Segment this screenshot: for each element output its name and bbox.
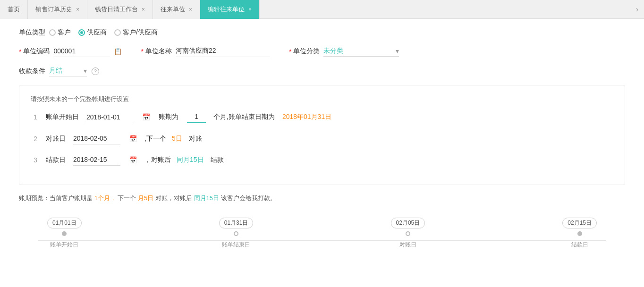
close-tab-cash-workbench[interactable]: × bbox=[142, 6, 145, 13]
setting-row-2: 2 对账日 📅 ,下一个 5日 对账 bbox=[31, 133, 613, 144]
radio-supplier[interactable]: 供应商 bbox=[78, 28, 107, 37]
tl-date-0: 01月01日 bbox=[47, 218, 82, 228]
payment-value: 月结 bbox=[49, 67, 82, 75]
payment-row: 收款条件 月结 ▾ ? bbox=[19, 66, 625, 76]
unit-info-row: * 单位编码 📋 * 单位名称 * 单位分类 未分类 ▾ bbox=[19, 45, 625, 57]
tl-date-3: 02月15日 bbox=[562, 218, 597, 228]
radio-circle-both bbox=[114, 29, 121, 36]
tl-dot-3 bbox=[577, 231, 582, 236]
unit-type-label: 单位类型 bbox=[19, 28, 45, 37]
tl-date-1: 01月31日 bbox=[219, 218, 254, 228]
radio-both[interactable]: 客户/供应商 bbox=[114, 28, 158, 37]
timeline-section: 01月01日 账单开始日 01月31日 账单结束日 02月05日 对账日 02月… bbox=[19, 213, 625, 268]
tl-label-0: 账单开始日 bbox=[50, 241, 78, 249]
row-key-3: 结款日 bbox=[46, 156, 66, 164]
panel-description: 请按照未来的一个完整帐期进行设置 bbox=[31, 95, 613, 103]
reconcile-suffix: 对账 bbox=[189, 135, 202, 143]
preview-period: 1个月， bbox=[94, 194, 116, 202]
help-icon[interactable]: ? bbox=[92, 68, 99, 75]
period-prefix: 账期为 bbox=[159, 113, 178, 121]
copy-icon[interactable]: 📋 bbox=[114, 48, 122, 55]
start-date-input[interactable] bbox=[86, 111, 134, 123]
payment-label: 收款条件 bbox=[19, 67, 45, 76]
unit-type-radio-group: 客户 供应商 客户/供应商 bbox=[49, 28, 158, 37]
setting-row-3: 3 结款日 📅 ，对账后 同月15日 结款 bbox=[31, 154, 613, 166]
preview-section: 账期预览：当前客户账期是 1个月， 下一个 月5日 对账，对账后 同月15日 该… bbox=[19, 193, 625, 203]
unit-category-value: 未分类 bbox=[323, 47, 394, 55]
tl-label-2: 对账日 bbox=[399, 241, 416, 249]
preview-pay-suffix: 该客户会给我打款。 bbox=[221, 194, 276, 202]
unit-name-input[interactable] bbox=[176, 45, 270, 57]
payment-date-cal-icon[interactable]: 📅 bbox=[129, 156, 137, 164]
row-key-2: 对账日 bbox=[46, 135, 66, 143]
reconcile-day-highlight: 5日 bbox=[172, 135, 182, 143]
settings-panel: 请按照未来的一个完整帐期进行设置 1 账单开始日 📅 账期为 个月,账单结束日期… bbox=[19, 85, 625, 185]
unit-name-label: 单位名称 bbox=[145, 47, 172, 56]
reconcile-date-input[interactable] bbox=[73, 133, 120, 144]
unit-code-required: * bbox=[19, 48, 21, 55]
payment-select[interactable]: 月结 ▾ bbox=[49, 66, 87, 76]
unit-category-select[interactable]: 未分类 ▾ bbox=[323, 46, 399, 57]
tab-scroll-arrow[interactable]: › bbox=[630, 5, 644, 14]
tab-edit-partner[interactable]: 编辑往来单位 × bbox=[200, 0, 260, 19]
unit-category-required: * bbox=[289, 48, 291, 55]
preview-pay-day: 同月15日 bbox=[194, 194, 219, 202]
tl-label-3: 结款日 bbox=[571, 241, 588, 249]
payment-day-suffix: 结款 bbox=[211, 156, 224, 164]
payment-chevron-icon: ▾ bbox=[84, 67, 87, 75]
setting-row-1: 1 账单开始日 📅 账期为 个月,账单结束日期为 2018年01月31日 bbox=[31, 111, 613, 123]
unit-category-label: 单位分类 bbox=[293, 47, 320, 56]
payment-date-input[interactable] bbox=[73, 154, 120, 166]
timeline-points: 01月01日 账单开始日 01月31日 账单结束日 02月05日 对账日 02月… bbox=[47, 218, 597, 249]
radio-circle-supplier bbox=[78, 29, 85, 36]
reconcile-date-cal-icon[interactable]: 📅 bbox=[129, 135, 137, 143]
main-content: 单位类型 客户 供应商 客户/供应商 * 单位编码 📋 * 单位名称 bbox=[0, 19, 644, 287]
timeline-point-2: 02月05日 对账日 bbox=[391, 218, 425, 249]
preview-reconcile-suffix: 对账，对账后 bbox=[155, 194, 192, 202]
radio-customer[interactable]: 客户 bbox=[49, 28, 71, 37]
tab-home[interactable]: 首页 bbox=[0, 0, 28, 19]
unit-code-field: * 单位编码 📋 bbox=[19, 45, 122, 57]
tl-date-2: 02月05日 bbox=[391, 218, 425, 228]
radio-label-both: 客户/供应商 bbox=[123, 28, 158, 37]
preview-reconcile-day: 月5日 bbox=[138, 194, 153, 202]
period-input[interactable] bbox=[187, 111, 206, 123]
start-date-cal-icon[interactable]: 📅 bbox=[142, 113, 150, 121]
end-date-highlight: 2018年01月31日 bbox=[282, 113, 331, 121]
tab-cash-workbench[interactable]: 钱货日清工作台 × bbox=[87, 0, 153, 19]
close-tab-partner[interactable]: × bbox=[189, 6, 192, 13]
unit-code-label: 单位编码 bbox=[23, 47, 50, 56]
tab-partner[interactable]: 往来单位 × bbox=[153, 0, 200, 19]
tl-dot-0 bbox=[62, 231, 67, 236]
row-key-1: 账单开始日 bbox=[46, 113, 79, 121]
unit-name-field: * 单位名称 bbox=[141, 45, 270, 57]
tl-dot-1 bbox=[234, 231, 238, 236]
payment-prefix: ，对账后 bbox=[144, 156, 171, 164]
tl-label-1: 账单结束日 bbox=[222, 241, 250, 249]
row-num-3: 3 bbox=[31, 156, 40, 164]
radio-circle-customer bbox=[49, 29, 56, 36]
chevron-down-icon: ▾ bbox=[396, 47, 399, 55]
reconcile-prefix: ,下一个 bbox=[144, 135, 166, 143]
close-tab-edit-partner[interactable]: × bbox=[248, 6, 252, 13]
timeline-point-0: 01月01日 账单开始日 bbox=[47, 218, 82, 249]
preview-reconcile-prefix: 下一个 bbox=[118, 194, 136, 202]
unit-name-required: * bbox=[141, 48, 143, 55]
row-num-2: 2 bbox=[31, 135, 40, 143]
unit-code-input[interactable] bbox=[53, 45, 110, 57]
tab-sales-history[interactable]: 销售订单历史 × bbox=[28, 0, 87, 19]
radio-label-customer: 客户 bbox=[58, 28, 71, 37]
row-num-1: 1 bbox=[31, 113, 40, 121]
timeline-point-1: 01月31日 账单结束日 bbox=[219, 218, 254, 249]
period-suffix: 个月,账单结束日期为 bbox=[213, 113, 275, 121]
close-tab-sales-history[interactable]: × bbox=[76, 6, 79, 13]
radio-label-supplier: 供应商 bbox=[87, 28, 107, 37]
timeline-point-3: 02月15日 结款日 bbox=[562, 218, 597, 249]
payment-day-highlight: 同月15日 bbox=[177, 156, 204, 164]
tl-dot-2 bbox=[406, 231, 410, 236]
unit-type-row: 单位类型 客户 供应商 客户/供应商 bbox=[19, 28, 625, 37]
unit-category-field: * 单位分类 未分类 ▾ bbox=[289, 46, 399, 57]
preview-label: 账期预览：当前客户账期是 bbox=[19, 194, 93, 202]
tabs-bar: 首页 销售订单历史 × 钱货日清工作台 × 往来单位 × 编辑往来单位 × › bbox=[0, 0, 644, 19]
